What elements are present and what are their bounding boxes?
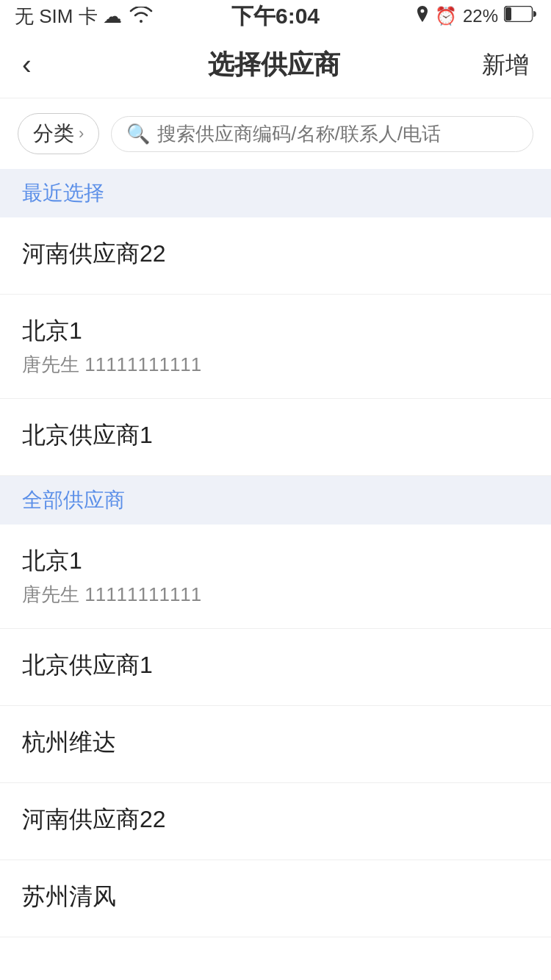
- nav-bar: ‹ 选择供应商 新增: [0, 32, 551, 98]
- svg-rect-1: [505, 7, 511, 21]
- status-right: ⏰ 22%: [416, 6, 536, 26]
- sim-status: 无 SIM 卡 ☁: [15, 4, 122, 29]
- all-section-header: 全部供应商: [0, 476, 551, 525]
- item-name: 北京1: [22, 315, 529, 347]
- item-name: 河南供应商22: [22, 238, 529, 270]
- item-name: 北京供应商1: [22, 649, 529, 682]
- list-item[interactable]: 北京1唐先生 11111111111: [0, 295, 551, 399]
- category-filter-button[interactable]: 分类 ›: [18, 113, 99, 154]
- item-name: 杭州维达: [22, 727, 529, 759]
- status-time: 下午6:04: [231, 1, 320, 32]
- battery-icon: [504, 6, 536, 26]
- add-button[interactable]: 新增: [482, 49, 529, 82]
- recent-list: 河南供应商22北京1唐先生 11111111111北京供应商1: [0, 217, 551, 476]
- chevron-right-icon: ›: [79, 124, 84, 143]
- category-label: 分类: [33, 120, 74, 148]
- search-icon: 🔍: [126, 123, 150, 145]
- list-item[interactable]: 北京1唐先生 11111111111: [0, 525, 551, 629]
- page-title: 选择供应商: [208, 47, 340, 83]
- list-item[interactable]: 北京供应商1: [0, 629, 551, 706]
- item-name: 河南供应商22: [22, 804, 529, 836]
- battery-level: 22%: [463, 6, 498, 26]
- filter-bar: 分类 › 🔍: [0, 98, 551, 169]
- item-name: 北京供应商1: [22, 419, 529, 452]
- all-suppliers-list: 北京1唐先生 11111111111北京供应商1杭州维达河南供应商22苏州清风: [0, 525, 551, 937]
- list-item[interactable]: 河南供应商22: [0, 783, 551, 860]
- list-item[interactable]: 北京供应商1: [0, 399, 551, 476]
- wifi-icon: [129, 5, 153, 28]
- search-input[interactable]: [157, 123, 518, 145]
- all-section-label: 全部供应商: [22, 489, 125, 511]
- search-box[interactable]: 🔍: [111, 116, 533, 152]
- status-left: 无 SIM 卡 ☁: [15, 4, 153, 29]
- location-icon: [416, 6, 429, 26]
- list-item[interactable]: 苏州清风: [0, 860, 551, 937]
- item-sub: 唐先生 11111111111: [22, 352, 529, 378]
- list-item[interactable]: 河南供应商22: [0, 217, 551, 295]
- item-name: 苏州清风: [22, 881, 529, 913]
- back-button[interactable]: ‹: [22, 49, 66, 81]
- recent-section-header: 最近选择: [0, 169, 551, 217]
- status-bar: 无 SIM 卡 ☁ 下午6:04 ⏰ 22%: [0, 0, 551, 32]
- alarm-icon: ⏰: [435, 6, 457, 26]
- recent-section-label: 最近选择: [22, 181, 104, 204]
- item-name: 北京1: [22, 545, 529, 577]
- list-item[interactable]: 杭州维达: [0, 706, 551, 783]
- item-sub: 唐先生 11111111111: [22, 582, 529, 608]
